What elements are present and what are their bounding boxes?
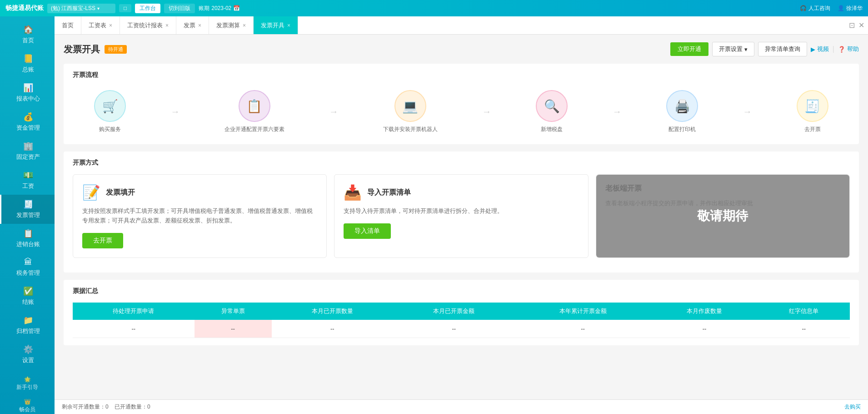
user-profile[interactable]: 👤 徐泽华 (838, 5, 863, 12)
sidebar-item-member[interactable]: 👑 畅会员 (0, 395, 55, 414)
arrow-5: → (743, 106, 752, 117)
home-icon: 🏠 (23, 25, 33, 35)
reports-icon: 📊 (23, 83, 33, 93)
copy-button[interactable]: □ (119, 4, 131, 12)
cell-red-info: -- (758, 320, 850, 338)
exception-query-button[interactable]: 异常清单查询 (758, 42, 807, 56)
used-label: 已开通数量：0 (115, 404, 150, 410)
process-step-buy-service[interactable]: 🛒 购买服务 (94, 90, 126, 133)
manual-fill-card: 📝 发票填开 支持按照发票样式手工填开发票；可开具增值税电子普通发票、增值税普通… (73, 174, 327, 258)
config-printer-icon: 🖨️ (666, 90, 698, 122)
process-step-add-taxdisk[interactable]: 🔍 新增税盘 (536, 90, 568, 133)
tab-bar: 首页 工资表 × 工资统计报表 × 发票 × 发票测算 × 发票开具 × (55, 16, 868, 35)
settle-icon: ✅ (23, 286, 33, 296)
process-flow: 🛒 购买服务 → 📋 企业开通配置开票六要素 → 💻 下载并安装开票机器人 → (73, 86, 850, 137)
page-title-area: 发票开具 待开通 (64, 43, 127, 56)
purchase-icon: 📋 (23, 228, 33, 238)
go-issue-button[interactable]: 去开票 (82, 233, 123, 248)
status-badge: 待开通 (105, 45, 127, 54)
sidebar-label-reports: 报表中心 (16, 95, 40, 103)
boss-invoice-card: 老板端开票 查看老板端小程序提交的开票申请，并作出相应处理审批 敬请期待 (596, 174, 850, 258)
tab-salary-table[interactable]: 工资表 × (81, 16, 120, 34)
open-settings-button[interactable]: 开票设置 ▾ (712, 42, 754, 56)
content-area: 首页 工资表 × 工资统计报表 × 发票 × 发票测算 × 发票开具 × (55, 16, 868, 414)
close-invoice-list-icon[interactable]: × (198, 22, 201, 29)
buy-service-icon: 🛒 (94, 90, 126, 122)
company-selector[interactable]: (勉) 江西服宝-LSS ▾ (47, 4, 115, 13)
sidebar-item-settle[interactable]: ✅ 结账 (0, 282, 55, 311)
sidebar-label-tax: 税务管理 (16, 269, 40, 277)
cell-year-amount: -- (515, 320, 651, 338)
period-display: 账期 2023-02 📅 (199, 5, 240, 12)
company-name: (勉) 江西服宝-LSS (51, 5, 95, 12)
arrow-4: → (613, 106, 622, 117)
salary-icon: 💵 (23, 170, 33, 180)
tab-home[interactable]: 首页 (55, 16, 81, 34)
buy-link[interactable]: 去购买 (844, 403, 861, 411)
service-button[interactable]: 🎧 人工咨询 (800, 5, 830, 12)
import-list-button[interactable]: 导入清单 (344, 223, 391, 239)
window-close-icon[interactable]: ✕ (858, 21, 864, 30)
sidebar-item-newbie[interactable]: 🌟 新手引导 (0, 373, 55, 395)
manual-fill-header: 📝 发票填开 (82, 184, 317, 201)
sidebar-item-invoice[interactable]: 🧾 发票管理 (0, 195, 55, 224)
sidebar-item-settings[interactable]: ⚙️ 设置 (0, 340, 55, 369)
top-bar-right: 🎧 人工咨询 👤 徐泽华 (800, 5, 863, 12)
sidebar-label-settle: 结账 (22, 298, 34, 306)
sidebar-item-salary[interactable]: 💵 工资 (0, 166, 55, 195)
summary-table: 待处理开票申请 异常单票 本月已开票数量 本月已开票金额 本年累计开票金额 本月… (73, 303, 850, 338)
sidebar-item-tax[interactable]: 🏛 税务管理 (0, 253, 55, 282)
sidebar-label-assets: 固定资产 (16, 153, 40, 161)
page-actions: 立即开通 开票设置 ▾ 异常清单查询 ▶ 视频 | ❓ 帮助 (670, 42, 859, 56)
tab-invoice-calc[interactable]: 发票测算 × (209, 16, 254, 34)
help-button[interactable]: ❓ 帮助 (838, 45, 859, 53)
workspace-button[interactable]: 工作台 (135, 4, 160, 13)
process-step-download-robot[interactable]: 💻 下载并安装开票机器人 (383, 90, 438, 133)
add-taxdisk-icon: 🔍 (536, 90, 568, 122)
cell-exception: -- (195, 320, 272, 338)
sidebar-item-assets[interactable]: 🏢 固定资产 (0, 136, 55, 166)
switch-old-button[interactable]: 切到旧版 (164, 4, 195, 13)
sidebar-item-ledger[interactable]: 📒 总账 (0, 49, 55, 78)
process-section: 开票流程 🛒 购买服务 → 📋 企业开通配置开票六要素 → 💻 下载并安 (64, 64, 859, 144)
headset-icon: 🎧 (800, 5, 807, 11)
sidebar-item-reports[interactable]: 📊 报表中心 (0, 78, 55, 107)
open-now-button[interactable]: 立即开通 (670, 42, 708, 56)
tab-invoice-list[interactable]: 发票 × (176, 16, 209, 34)
sidebar-item-archive[interactable]: 📁 归档管理 (0, 311, 55, 340)
close-salary-report-icon[interactable]: × (165, 22, 169, 29)
summary-section-title: 票据汇总 (73, 287, 850, 295)
period-value: 2023-02 (211, 5, 231, 11)
import-list-desc: 支持导入待开票清单，可对待开票清单进行拆分、合并处理。 (344, 207, 579, 216)
process-step-enterprise-config[interactable]: 📋 企业开通配置开票六要素 (224, 90, 284, 133)
col-exception: 异常单票 (195, 303, 272, 320)
summary-section: 票据汇总 待处理开票申请 异常单票 本月已开票数量 本月已开票金额 本年累计开票… (64, 280, 859, 345)
col-year-amount: 本年累计开票金额 (515, 303, 651, 320)
sidebar-label-purchase: 进销台账 (16, 240, 40, 248)
period-label: 账期 (199, 5, 210, 12)
sidebar-item-purchase[interactable]: 📋 进销台账 (0, 224, 55, 253)
sidebar-item-home[interactable]: 🏠 首页 (0, 20, 55, 49)
archive-icon: 📁 (23, 315, 33, 325)
page-header: 发票开具 待开通 立即开通 开票设置 ▾ 异常清单查询 ▶ 视频 | (64, 42, 859, 56)
col-void-count: 本月作废数量 (651, 303, 758, 320)
video-icon: ▶ (811, 46, 815, 53)
page-content: 发票开具 待开通 立即开通 开票设置 ▾ 异常清单查询 ▶ 视频 | (55, 35, 868, 399)
import-list-icon: 📥 (344, 184, 362, 201)
sidebar-item-capital[interactable]: 💰 资金管理 (0, 107, 55, 136)
settings-icon: ⚙️ (23, 344, 33, 354)
close-salary-table-icon[interactable]: × (109, 22, 112, 29)
tab-salary-report[interactable]: 工资统计报表 × (120, 16, 176, 34)
close-invoice-tool-icon[interactable]: × (287, 22, 290, 29)
settings-dropdown-icon: ▾ (744, 46, 748, 53)
process-step-issue-invoice[interactable]: 🧾 去开票 (797, 90, 828, 133)
calendar-icon[interactable]: 📅 (233, 5, 240, 11)
col-month-amount: 本月已开票金额 (393, 303, 515, 320)
close-invoice-calc-icon[interactable]: × (243, 22, 246, 29)
tab-invoice-tool[interactable]: 发票开具 × (254, 16, 298, 34)
process-step-config-printer[interactable]: 🖨️ 配置打印机 (666, 90, 698, 133)
window-restore-icon[interactable]: ⊡ (849, 21, 855, 30)
view-video-button[interactable]: ▶ 视频 (811, 45, 829, 53)
sidebar-bottom: 🌟 新手引导 👑 畅会员 📌 取消固定 (0, 369, 55, 414)
sidebar-label-home: 首页 (22, 36, 34, 45)
